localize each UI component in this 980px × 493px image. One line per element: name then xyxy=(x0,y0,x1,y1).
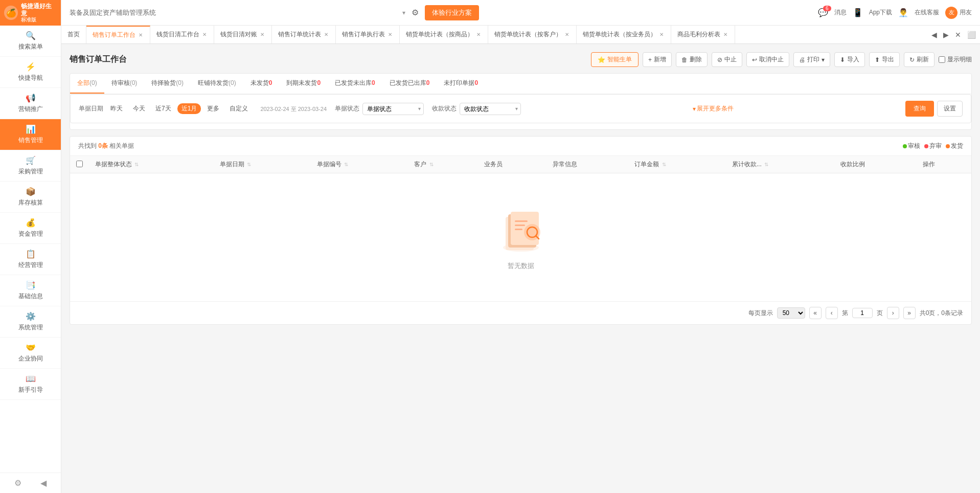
date-option-today[interactable]: 今天 xyxy=(129,103,149,114)
refresh-btn[interactable]: ↻ 刷新 xyxy=(904,52,935,67)
date-option-7days[interactable]: 近7天 xyxy=(151,103,175,114)
tab-close-sales-customer[interactable]: ✕ xyxy=(564,31,570,38)
filter-tab-shipped-not-out[interactable]: 已发货未出库0 xyxy=(328,74,382,94)
date-option-custom[interactable]: 自定义 xyxy=(225,103,252,114)
table-scroll[interactable]: 单据整体状态 ⇅ 单据日期 ⇅ 单据编号 ⇅ xyxy=(70,156,971,301)
collapse-icon[interactable]: ◀ xyxy=(40,478,47,488)
tab-sales-staff[interactable]: 销货单统计表（按业务员） ✕ xyxy=(577,26,671,44)
date-option-1month[interactable]: 近1月 xyxy=(177,103,201,114)
online-service-label[interactable]: 在线客服 xyxy=(915,8,939,17)
tab-sales-exec[interactable]: 销售订单执行表 ✕ xyxy=(336,26,400,44)
first-page-btn[interactable]: « xyxy=(809,307,822,319)
export-btn[interactable]: ⬆ 导出 xyxy=(869,52,900,67)
payment-select[interactable]: 收款状态 xyxy=(460,103,521,115)
expand-conditions-btn[interactable]: ▾ 展开更多条件 xyxy=(693,104,734,113)
print-btn[interactable]: 🖨 打印 ▾ xyxy=(793,52,830,67)
tab-sales-goods[interactable]: 销货单统计表（按商品） ✕ xyxy=(400,26,488,44)
sort-status-icon[interactable]: ⇅ xyxy=(134,162,139,167)
filter-tab-pending-review[interactable]: 待审核(0) xyxy=(104,74,145,94)
show-detail-toggle[interactable]: 显示明细 xyxy=(939,55,972,64)
tab-close-cash-reconcile[interactable]: ✕ xyxy=(259,31,265,38)
last-page-btn[interactable]: » xyxy=(903,307,916,319)
app-download-btn[interactable]: 📱 xyxy=(853,8,863,17)
sort-accumulated-icon[interactable]: ⇅ xyxy=(764,162,768,167)
online-service-btn[interactable]: 👨‍💼 xyxy=(898,8,908,17)
tabs-close-all[interactable]: ✕ xyxy=(953,30,963,40)
import-btn[interactable]: ⬇ 导入 xyxy=(834,52,865,67)
date-option-yesterday[interactable]: 昨天 xyxy=(106,103,127,114)
table-header: 共找到 0条 相关单据 审核 弃审 发货 xyxy=(70,137,971,156)
filter-tab-not-shipped[interactable]: 未发货0 xyxy=(243,74,280,94)
app-download-label[interactable]: App下载 xyxy=(869,8,892,17)
per-page-select[interactable]: 50 20 100 xyxy=(777,307,805,319)
tab-close-sales[interactable]: ✕ xyxy=(138,31,144,39)
tab-cash-reconcile[interactable]: 钱货日清对账 ✕ xyxy=(214,26,272,44)
sidebar-item-basic[interactable]: 📑 基础信息 xyxy=(0,275,61,306)
tab-gross-margin[interactable]: 商品毛利分析表 ✕ xyxy=(671,26,735,44)
th-status: 单据整体状态 ⇅ xyxy=(89,156,214,173)
sidebar-item-search[interactable]: 🔍 搜索菜单 xyxy=(0,26,61,57)
abandon-review-btn[interactable]: 弃审 xyxy=(924,142,942,150)
delete-btn[interactable]: 🗑 删除 xyxy=(676,52,708,67)
tab-cash-daily[interactable]: 钱货日清工作台 ✕ xyxy=(150,26,214,44)
sort-number-icon[interactable]: ⇅ xyxy=(344,162,348,167)
review-btn[interactable]: 审核 xyxy=(903,142,920,150)
filter-tab-pending-inspect[interactable]: 待择验货(0) xyxy=(144,74,191,94)
tab-sales-customer[interactable]: 销货单统计表（按客户） ✕ xyxy=(488,26,577,44)
filter-tab-wangpu[interactable]: 旺铺待发货(0) xyxy=(191,74,243,94)
tab-close-sales-exec[interactable]: ✕ xyxy=(387,31,393,38)
setting-btn[interactable]: 设置 xyxy=(937,101,963,117)
filter-tab-shipped-out[interactable]: 已发货已出库0 xyxy=(382,74,437,94)
select-all-checkbox[interactable] xyxy=(76,161,83,167)
sidebar-item-quick[interactable]: ⚡ 快捷导航 xyxy=(0,57,61,88)
tab-sales-stats[interactable]: 销售订单统计表 ✕ xyxy=(272,26,336,44)
filter-tab-overdue[interactable]: 到期未发货0 xyxy=(279,74,328,94)
tab-close-sales-staff[interactable]: ✕ xyxy=(658,31,665,38)
tab-close-cash-daily[interactable]: ✕ xyxy=(201,31,208,38)
filter-tab-not-printed[interactable]: 未打印单据0 xyxy=(437,74,485,94)
basic-icon: 📑 xyxy=(26,280,36,290)
sidebar-item-operation[interactable]: 📋 经营管理 xyxy=(0,244,61,275)
sort-amount-icon[interactable]: ⇅ xyxy=(662,162,666,167)
sidebar-item-inventory[interactable]: 📦 库存核算 xyxy=(0,182,61,213)
settings-topbar-icon[interactable]: ⚙ xyxy=(412,8,419,17)
sort-date-icon[interactable]: ⇅ xyxy=(247,162,251,167)
show-detail-checkbox[interactable] xyxy=(939,56,945,63)
cancel-stop-btn[interactable]: ↩ 取消中止 xyxy=(746,52,789,67)
user-menu[interactable]: 友 用友 xyxy=(945,7,972,19)
settings-icon[interactable]: ⚙ xyxy=(14,478,21,488)
sidebar-item-finance[interactable]: 💰 资金管理 xyxy=(0,213,61,244)
sidebar-item-system[interactable]: ⚙️ 系统管理 xyxy=(0,306,61,338)
sidebar-item-sales[interactable]: 📊 销售管理 xyxy=(0,119,61,150)
page-input[interactable] xyxy=(852,308,873,318)
tab-sales-workbench[interactable]: 销售订单工作台 ✕ xyxy=(86,26,150,44)
date-option-more[interactable]: 更多 xyxy=(203,103,223,114)
sidebar-item-guide[interactable]: 📖 新手引导 xyxy=(0,369,61,400)
add-btn[interactable]: + 新增 xyxy=(643,52,672,67)
svg-rect-7 xyxy=(515,220,528,222)
per-page-label: 每页显示 xyxy=(748,309,773,318)
tab-close-sales-stats[interactable]: ✕ xyxy=(323,31,329,38)
tabs-scroll-left[interactable]: ◀ xyxy=(929,30,939,40)
prev-page-btn[interactable]: ‹ xyxy=(826,307,838,319)
solution-btn[interactable]: 体验行业方案 xyxy=(425,5,479,20)
tabs-scroll-right[interactable]: ▶ xyxy=(941,30,951,40)
query-btn[interactable]: 查询 xyxy=(905,101,934,117)
tab-close-gross-margin[interactable]: ✕ xyxy=(722,31,728,38)
sidebar-item-marketing[interactable]: 📢 营销推广 xyxy=(0,88,61,119)
next-page-btn[interactable]: › xyxy=(887,307,899,319)
tabs-maximize[interactable]: ⬜ xyxy=(965,30,978,40)
tab-close-sales-goods[interactable]: ✕ xyxy=(475,31,482,38)
sort-customer-icon[interactable]: ⇅ xyxy=(429,162,434,167)
message-icon-wrapper[interactable]: 💬 6 xyxy=(818,8,828,17)
status-select[interactable]: 单据状态 xyxy=(362,103,424,115)
dropdown-icon[interactable]: ▾ xyxy=(402,9,405,16)
sidebar-item-purchase[interactable]: 🛒 采购管理 xyxy=(0,150,61,182)
stop-btn[interactable]: ⊘ 中止 xyxy=(712,52,742,67)
ai-generate-btn[interactable]: ⭐ 智能生单 xyxy=(591,52,639,67)
tab-home[interactable]: 首页 xyxy=(61,26,86,44)
filter-tab-all[interactable]: 全部(0) xyxy=(70,74,104,94)
empty-cell: 暂无数据 xyxy=(70,173,971,302)
sidebar-item-collab[interactable]: 🤝 企业协同 xyxy=(0,338,61,369)
ship-btn[interactable]: 发货 xyxy=(946,142,963,150)
